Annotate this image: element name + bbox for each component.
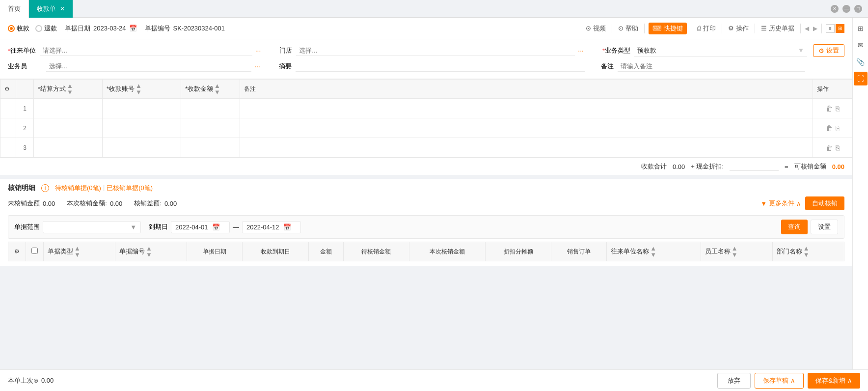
td-note-2[interactable] (240, 118, 813, 138)
salesperson-more-btn[interactable]: ··· (251, 62, 263, 70)
doc-num-label: 单据编号 (145, 24, 170, 33)
tab-home[interactable]: 首页 (0, 0, 29, 18)
filter-settings-btn[interactable]: 设置 (811, 220, 838, 234)
print-btn[interactable]: ⎙ 打印 (695, 23, 718, 34)
sidebar-email-icon[interactable]: ✉ (854, 38, 868, 52)
counterpart-more-btn[interactable]: ··· (252, 47, 264, 55)
completed-tab-link[interactable]: 已核销单据(0笔) (107, 184, 153, 193)
available-value: 0.00 (832, 163, 844, 170)
copy-row-2-btn[interactable]: ⎘ (836, 124, 840, 132)
table-section: ⚙ *结算方式 ▲▼ *收款账号 ▲▼ (0, 79, 852, 158)
summary-row: 收款合计 0.00 + 现金折扣: = 可核销金额 0.00 (0, 158, 852, 175)
total-value: 0.00 (673, 163, 685, 170)
biz-type-select[interactable]: 预收款 ▼ (634, 45, 807, 57)
shortcut-btn[interactable]: ⌨ 快捷键 (649, 23, 687, 34)
sort-doc-type[interactable]: ▲▼ (74, 245, 81, 258)
sort-employee[interactable]: ▲▼ (732, 245, 738, 258)
bth-sales-order: 销售订单 (551, 242, 607, 261)
discount-input[interactable] (730, 163, 779, 170)
history-btn[interactable]: ☰ 历史单据 (759, 23, 796, 34)
layout-icons: ≡ ⊞ (826, 24, 844, 33)
td-amount-3[interactable] (181, 138, 240, 158)
payment-type-radio-group: 收款 退款 (8, 24, 57, 33)
shop-input[interactable] (296, 45, 575, 56)
verify-info-icon[interactable]: i (41, 184, 49, 192)
biz-type-label: 业务类型 (605, 46, 630, 55)
sort-icon-amount[interactable]: ▲▼ (214, 83, 220, 95)
abandon-btn[interactable]: 放弃 (717, 373, 751, 389)
th-settings[interactable]: ⚙ (0, 80, 16, 99)
doc-range-select[interactable]: ▼ (43, 221, 141, 233)
print-icon: ⎙ (697, 25, 701, 32)
sort-counterpart[interactable]: ▲▼ (650, 245, 656, 258)
td-note-3[interactable] (240, 138, 813, 158)
summary-field: 摘要 (279, 61, 585, 72)
copy-row-1-btn[interactable]: ⎘ (836, 105, 840, 112)
td-payment-3[interactable] (34, 138, 103, 158)
td-note-1[interactable] (240, 99, 813, 118)
sort-icon-payment[interactable]: ▲▼ (67, 83, 73, 95)
radio-refund[interactable]: 退款 (35, 24, 57, 33)
td-amount-2[interactable] (181, 118, 240, 138)
summary-input[interactable] (296, 61, 585, 72)
footer-actions: 放弃 保存草稿 ∧ 保存&新增 ∧ (717, 373, 860, 389)
last-doc-value: 0.00 (41, 377, 54, 384)
summary-label: 摘要 (279, 62, 292, 71)
delete-row-2-btn[interactable]: 🗑 (826, 124, 833, 132)
action-btn[interactable]: ⚙ 操作 (726, 23, 751, 34)
help-btn[interactable]: ⊙ 帮助 (616, 23, 640, 34)
pending-tab-link[interactable]: 待核销单据(0笔) (55, 184, 101, 193)
window-close-btn[interactable]: ✕ (831, 5, 839, 13)
th-account: *收款账号 ▲▼ (103, 80, 181, 99)
delete-row-3-btn[interactable]: 🗑 (826, 144, 833, 152)
shop-more-btn[interactable]: ··· (575, 47, 587, 55)
td-amount-1[interactable] (181, 99, 240, 118)
diff-stat: 核销差额: 0.00 (134, 199, 177, 208)
filter-row: 单据范围 ▼ 到期日 2022-04-01 📅 — 2022-04-12 📅 (8, 215, 844, 239)
sidebar-expand-icon[interactable]: ⛶ (854, 72, 868, 85)
bth-settings[interactable]: ⚙ (8, 242, 26, 261)
query-btn[interactable]: 查询 (781, 220, 808, 234)
sidebar-attach-icon[interactable]: 📎 (854, 55, 868, 69)
auto-verify-btn[interactable]: 自动核销 (805, 196, 844, 210)
td-account-2[interactable] (103, 118, 181, 138)
radio-receipt[interactable]: 收款 (8, 24, 29, 33)
delete-row-1-btn[interactable]: 🗑 (826, 105, 833, 112)
sort-icon-account[interactable]: ▲▼ (136, 83, 142, 95)
remark-input[interactable] (618, 61, 805, 72)
bth-check[interactable] (26, 242, 44, 261)
tab-close-icon[interactable]: ✕ (60, 5, 65, 12)
save-new-btn[interactable]: 保存&新增 ∧ (808, 373, 860, 389)
date-to-input[interactable]: 2022-04-12 📅 (242, 221, 301, 233)
save-draft-btn[interactable]: 保存草稿 ∧ (755, 373, 804, 389)
counterpart-input[interactable] (40, 45, 252, 56)
salesperson-input[interactable] (46, 61, 251, 72)
cal-to-icon: 📅 (283, 223, 291, 231)
nav-prev[interactable]: ◀ (805, 25, 809, 32)
window-min-btn[interactable]: — (842, 5, 850, 13)
copy-row-3-btn[interactable]: ⎘ (836, 144, 840, 152)
tab-receipt[interactable]: 收款单 ✕ (29, 0, 73, 18)
date-from-input[interactable]: 2022-04-01 📅 (171, 221, 230, 233)
layout-grid-icon[interactable]: ⊞ (836, 24, 844, 33)
shop-label: 门店 (279, 46, 292, 55)
sort-dept[interactable]: ▲▼ (803, 245, 810, 258)
td-payment-1[interactable] (34, 99, 103, 118)
select-all-checkbox[interactable] (31, 248, 38, 254)
video-btn[interactable]: ⊙ 视频 (584, 23, 608, 34)
calendar-icon[interactable]: 📅 (129, 25, 137, 32)
nav-next[interactable]: ▶ (813, 25, 817, 32)
layout-list-icon[interactable]: ≡ (826, 24, 835, 33)
more-filter-btn[interactable]: ▼ 更多条件 ∧ (760, 199, 801, 208)
window-controls: ✕ — □ (831, 5, 868, 13)
window-max-btn[interactable]: □ (854, 5, 862, 13)
biz-type-value: 预收款 (637, 46, 798, 55)
form-settings-btn[interactable]: ⚙ 设置 (813, 44, 844, 57)
table-header-row: ⚙ *结算方式 ▲▼ *收款账号 ▲▼ (0, 80, 852, 99)
td-account-3[interactable] (103, 138, 181, 158)
td-account-1[interactable] (103, 99, 181, 118)
sidebar-table-icon[interactable]: ⊞ (854, 22, 868, 35)
sort-doc-num[interactable]: ▲▼ (146, 245, 152, 258)
td-payment-2[interactable] (34, 118, 103, 138)
table-row-3: 3 🗑 ⎘ (0, 138, 852, 158)
